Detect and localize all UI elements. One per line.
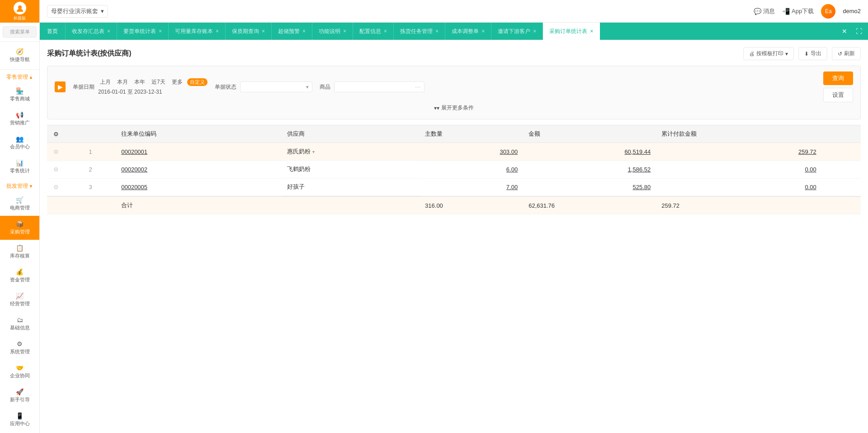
goods-filter-label: 商品 [320, 83, 330, 91]
tab-keyongliangkucun[interactable]: 可用量库存账本 × [169, 23, 226, 40]
table-settings-col[interactable]: ⚙ [47, 125, 65, 143]
expand-icon: ▾ [312, 149, 315, 154]
goods-input[interactable] [334, 81, 425, 92]
tab-close-icon[interactable]: × [384, 29, 387, 34]
sidebar-item-yingxiao[interactable]: 📢 营销推广 [0, 107, 39, 131]
logo-label: 标题版 [14, 15, 26, 21]
tab-close-icon[interactable]: × [533, 29, 536, 34]
tab-shoufahuizong[interactable]: 收发存汇总表 × [66, 23, 117, 40]
main-content: 母婴行业演示账套 ▾ 💬 消息 📲 App下载 Ea demo2 首页 收发存汇… [40, 0, 868, 433]
home-tab-label: 首页 [47, 28, 58, 35]
expand-more-button[interactable]: ▾▾ 展开更多条件 [55, 102, 853, 114]
row-quantity[interactable]: 7.00 [420, 178, 523, 196]
tab-phuorenwu[interactable]: 拣货任务管理 × [394, 23, 445, 40]
sidebar-item-xietong[interactable]: 🤝 企业协同 [0, 360, 39, 384]
row-quantity[interactable]: 303.00 [420, 143, 523, 161]
tab-close-icon[interactable]: × [302, 29, 306, 34]
row-gear[interactable]: ⚙ [47, 143, 65, 161]
query-button[interactable]: 查询 [823, 71, 853, 85]
sidebar-item-zijin[interactable]: 💰 资金管理 [0, 264, 39, 288]
tab-close-icon[interactable]: × [590, 29, 593, 34]
row-paid[interactable]: 0.00 [656, 178, 821, 196]
tab-close-icon[interactable]: × [262, 29, 265, 34]
date-shortcut-bennian[interactable]: 本年 [132, 78, 147, 86]
sidebar-item-dianshang[interactable]: 🛒 电商管理 [0, 192, 39, 216]
tab-baozhouqi[interactable]: 保质期查询 × [226, 23, 272, 40]
tab-close-icon[interactable]: × [481, 29, 485, 34]
sidebar-item-xitong[interactable]: ⚙ 系统管理 [0, 336, 39, 360]
sidebar-item-yingyong[interactable]: 📱 应用中心 [0, 408, 39, 432]
print-button[interactable]: 🖨 按模板打印 ▾ [743, 47, 794, 60]
refresh-button[interactable]: ↺ 刷新 [832, 47, 861, 60]
tab-close-icon[interactable]: × [107, 29, 110, 34]
filter-date-row: 上月 本月 本年 近7天 更多 自定义 2016-01-01 至 2023-12… [98, 78, 208, 96]
tab-close-btn[interactable]: ✕ [839, 26, 850, 37]
sidebar-section-lingshao[interactable]: 零售管理 ▲ [0, 70, 39, 83]
message-action[interactable]: 💬 消息 [754, 7, 775, 15]
message-icon: 💬 [754, 8, 761, 15]
tab-close-icon[interactable]: × [216, 29, 219, 34]
date-custom-badge[interactable]: 自定义 [187, 78, 208, 86]
tab-home[interactable]: 首页 [40, 23, 66, 40]
tab-close-icon[interactable]: × [343, 29, 346, 34]
sidebar-item-jichu[interactable]: 🗂 基础信息 [0, 312, 39, 336]
industry-label: 母婴行业演示账套 [51, 7, 98, 15]
sidebar-item-xinshou[interactable]: 🚀 新手引导 [0, 384, 39, 408]
lingshao-stat-label: 零售统计 [10, 167, 30, 174]
sidebar-item-huiyuan[interactable]: 👥 会员中心 [0, 131, 39, 155]
status-select[interactable] [240, 81, 312, 92]
tab-yaohuodanjizong[interactable]: 要货单统计表 × [117, 23, 169, 40]
col-quantity: 主数量 [420, 125, 523, 143]
data-table: ⚙ 往来单位编码 供应商 主数量 金额 累计付款金额 ⚙ 1 00020001 … [47, 125, 861, 214]
row-code[interactable]: 00020005 [116, 178, 281, 196]
chevron-down-icon-2: ▼ [29, 184, 33, 189]
row-paid[interactable]: 259.72 [656, 143, 821, 161]
chevron-down-icon: ▲ [29, 75, 33, 80]
row-paid[interactable]: 0.00 [656, 161, 821, 178]
base-icon: 🗂 [17, 316, 23, 324]
tab-chengbentiaojun[interactable]: 成本调整单 × [445, 23, 491, 40]
date-shortcut-ben[interactable]: 本月 [115, 78, 130, 86]
tab-chaochuyujing[interactable]: 超储预警 × [272, 23, 312, 40]
zijin-label: 资金管理 [10, 276, 30, 283]
sidebar-item-lingshao-stat[interactable]: 📊 零售统计 [0, 155, 39, 179]
footer-quantity: 316.00 [420, 196, 523, 214]
purchase-icon: 📦 [16, 220, 24, 228]
export-button[interactable]: ⬇ 导出 [798, 47, 827, 60]
tab-peizhixinxi[interactable]: 配置信息 × [353, 23, 394, 40]
tab-caigou-active[interactable]: 采购订单统计表 × [543, 23, 600, 40]
row-gear[interactable]: ⚙ [47, 161, 65, 178]
date-shortcut-shang[interactable]: 上月 [98, 78, 113, 86]
sidebar-item-caigou[interactable]: 📦 采购管理 [0, 216, 39, 240]
row-quantity[interactable]: 6.00 [420, 161, 523, 178]
row-gear[interactable]: ⚙ [47, 178, 65, 196]
row-amount[interactable]: 60,519.44 [523, 143, 656, 161]
row-code[interactable]: 00020001 [116, 143, 281, 161]
sidebar-item-lingshao-shop[interactable]: 🏪 零售商城 [0, 83, 39, 107]
marketing-icon: 📢 [16, 111, 24, 119]
app-download-action[interactable]: 📲 App下载 [782, 7, 814, 15]
sidebar-item-quick-nav[interactable]: 🧭 快捷导航 [0, 43, 39, 67]
row-amount[interactable]: 525.80 [523, 178, 656, 196]
user-avatar[interactable]: Ea [821, 4, 835, 19]
industry-dropdown[interactable]: 母婴行业演示账套 ▾ [47, 5, 108, 18]
tab-close-icon[interactable]: × [435, 29, 439, 34]
row-amount[interactable]: 1,586.52 [523, 161, 656, 178]
yingyong-label: 应用中心 [10, 420, 30, 427]
sidebar-item-kucun[interactable]: 📋 库存核算 [0, 240, 39, 264]
search-menu-box[interactable]: 搜索菜单 [3, 26, 37, 38]
row-code[interactable]: 00020002 [116, 161, 281, 178]
filter-toggle-button[interactable]: ▶ [55, 81, 66, 92]
tab-close-icon[interactable]: × [159, 29, 162, 34]
sidebar-item-jingying[interactable]: 📈 经营管理 [0, 288, 39, 312]
tab-gongnengshuo[interactable]: 功能说明 × [312, 23, 353, 40]
sidebar-section-pifa[interactable]: 批发管理 ▼ [0, 179, 39, 192]
tab-fullscreen-btn[interactable]: ⛶ [854, 26, 864, 37]
date-shortcut-jin7[interactable]: 近7天 [150, 78, 167, 86]
tab-yaoqing[interactable]: 邀请下游客户 × [491, 23, 543, 40]
lingshao-shop-label: 零售商城 [10, 95, 30, 102]
sidebar: 标题版 搜索菜单 🧭 快捷导航 零售管理 ▲ 🏪 零售商城 📢 营销推广 👥 会… [0, 0, 40, 433]
table-row: ⚙ 3 00020005 好孩子 7.00 525.80 0.00 [47, 178, 861, 196]
date-shortcut-more[interactable]: 更多 [170, 78, 184, 86]
settings-button[interactable]: 设置 [823, 88, 853, 102]
